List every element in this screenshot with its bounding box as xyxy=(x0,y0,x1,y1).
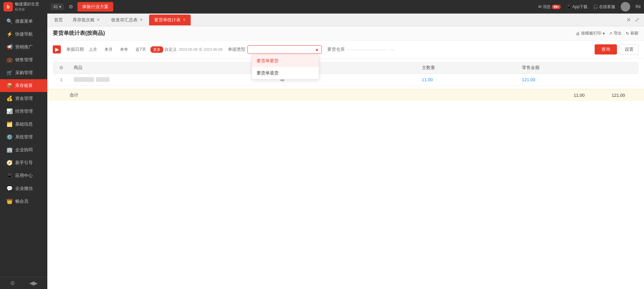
date-this-year-button[interactable]: 本年 xyxy=(117,45,131,54)
sidebar-item-enterprise[interactable]: 🏢 企业协同 xyxy=(0,143,47,156)
sidebar-item-marketing[interactable]: 📢 营销推广 xyxy=(0,41,47,53)
industry-button[interactable]: 体验行业方案 xyxy=(77,2,113,12)
settings-button[interactable]: 设置 xyxy=(620,44,639,55)
row-qty: 11.00 xyxy=(418,74,518,86)
sidebar-item-member[interactable]: 👑 畅会员 xyxy=(0,195,47,208)
date-shortcuts: 上月 本月 本年 近7天 更多 自定义 xyxy=(86,45,177,54)
sidebar-item-finance[interactable]: 💰 资金管理 xyxy=(0,92,47,105)
summary-bar: 合计 11.00 121.00 xyxy=(47,89,644,101)
online-service-button[interactable]: 🎧 在线客服 xyxy=(593,4,615,10)
table-area: ⚙ 商品 主计量单位 主数量 零售金额 1 xyxy=(47,59,644,89)
tab-batch-account[interactable]: 库存批次账 ✕ xyxy=(68,15,105,25)
chat-icon: 💬 xyxy=(6,185,13,192)
col-settings-header: ⚙ xyxy=(53,62,70,74)
tab-close-batch-account[interactable]: ✕ xyxy=(97,18,100,22)
more-options-icon[interactable]: ··· xyxy=(389,47,394,52)
sidebar-item-operation[interactable]: 📊 经营管理 xyxy=(0,105,47,118)
filter-expand-button[interactable]: ▶ xyxy=(53,45,61,53)
app-download-button[interactable]: 📱 App下载 xyxy=(566,4,588,10)
sidebar-item-purchase[interactable]: 🛒 采购管理 xyxy=(0,66,47,79)
warehouse-selector[interactable] xyxy=(347,49,387,50)
sidebar-label-purchase: 采购管理 xyxy=(15,70,33,76)
print-template-button[interactable]: 🖨 按模板打印 ▾ xyxy=(576,30,605,36)
date-this-month-button[interactable]: 本月 xyxy=(101,45,116,54)
date-custom-button[interactable]: 自定义 xyxy=(165,47,177,52)
sidebar-label-app-center: 应用中心 xyxy=(15,173,33,179)
dropdown-option-purchase[interactable]: 要货单要货 xyxy=(252,55,319,67)
sidebar-label-marketing: 营销推广 xyxy=(15,44,33,50)
chart-icon: 📊 xyxy=(6,108,13,114)
download-icon: 📱 xyxy=(566,4,571,9)
type-dropdown[interactable]: ▲ xyxy=(247,45,322,54)
printer-icon: 🖨 xyxy=(576,31,580,36)
briefcase-icon: 💼 xyxy=(6,57,13,63)
sidebar-item-search[interactable]: 🔍 搜索菜单 xyxy=(0,15,47,28)
column-settings-icon[interactable]: ⚙ xyxy=(59,65,64,70)
header-right: ✉ 消息 99+ 📱 App下载 🎧 在线客服 Rit xyxy=(538,2,641,12)
date-7days-button[interactable]: 近7天 xyxy=(133,45,149,54)
refresh-button[interactable]: ↻ 刷新 xyxy=(626,30,639,36)
col-qty-header: 主数量 xyxy=(418,62,518,74)
chevron-down-icon: ▾ xyxy=(59,4,61,9)
sidebar-item-guide[interactable]: 🧭 新手引导 xyxy=(0,156,47,169)
sidebar-item-quick-nav[interactable]: ⚡ 快捷导航 xyxy=(0,28,47,41)
money-icon: 💰 xyxy=(6,95,13,102)
tab-order-summary[interactable]: 要货单统计表 ✕ xyxy=(149,15,191,25)
notification-badge: 99+ xyxy=(552,5,561,9)
sidebar-item-inventory[interactable]: 📦 库存核算 xyxy=(0,79,47,92)
type-filter-label: 单据类型 xyxy=(228,46,245,52)
service-icon: 🎧 xyxy=(593,4,598,9)
chevron-down-icon: ▾ xyxy=(603,31,605,36)
header-settings-icon[interactable]: ⚙ xyxy=(67,3,75,11)
sidebar-item-corp-wechat[interactable]: 💬 企业微信 xyxy=(0,182,47,195)
row-product xyxy=(70,74,276,86)
title-actions: 🖨 按模板打印 ▾ ↗ 导出 ↻ 刷新 xyxy=(576,30,639,36)
sidebar-label-system: 系统管理 xyxy=(15,134,33,140)
lightning-icon: ⚡ xyxy=(6,31,13,37)
footer-toggle-button[interactable]: ◀▶ xyxy=(29,280,38,286)
sidebar-item-basic[interactable]: 🗂️ 基础信息 xyxy=(0,118,47,131)
tab-close-all-button[interactable]: ✕ xyxy=(625,15,632,24)
sidebar-item-app-center[interactable]: 📱 应用中心 xyxy=(0,169,47,182)
sidebar-label-inventory: 库存核算 xyxy=(15,83,33,89)
sidebar-label-member: 畅会员 xyxy=(15,198,28,204)
date-last-month-button[interactable]: 上月 xyxy=(86,45,100,54)
page-title: 要货单统计表(按商品) xyxy=(53,30,105,37)
export-button[interactable]: ↗ 导出 xyxy=(609,30,622,36)
box-icon: 📦 xyxy=(6,83,13,89)
avatar[interactable] xyxy=(621,2,630,12)
summary-amount: 121.00 xyxy=(612,93,625,98)
row-no: 1 xyxy=(53,74,70,86)
sidebar-label-finance: 资金管理 xyxy=(15,95,33,102)
tab-close-order-summary[interactable]: ✕ xyxy=(183,18,186,22)
summary-qty: 11.00 xyxy=(574,93,585,98)
data-table: ⚙ 商品 主计量单位 主数量 零售金额 1 xyxy=(53,62,639,86)
dropdown-arrow-up-icon: ▲ xyxy=(315,47,319,52)
content-area: 首页 库存批次账 ✕ 收发存汇总表 ✕ 要货单统计表 ✕ ✕ ⤢ 要货单统计表(… xyxy=(47,14,644,289)
bell-icon: ✉ xyxy=(538,4,542,9)
tab-close-receive-summary[interactable]: ✕ xyxy=(140,18,143,22)
date-range-display: 2023-05-06 至 2023-06-06 xyxy=(179,47,223,52)
amount-link[interactable]: 121.00 xyxy=(522,77,535,82)
tab-receive-summary[interactable]: 收发存汇总表 ✕ xyxy=(106,15,148,25)
sidebar-item-system[interactable]: ⚙️ 系统管理 xyxy=(0,131,47,143)
folder-icon: 🗂️ xyxy=(6,121,13,127)
summary-text: 合计 xyxy=(70,92,78,98)
phone-icon: 📱 xyxy=(6,173,13,179)
store-selector[interactable]: 41 ▾ xyxy=(51,3,64,10)
query-button[interactable]: 查询 xyxy=(595,44,617,54)
sidebar-item-sales[interactable]: 💼 销售管理 xyxy=(0,53,47,66)
header-middle: 41 ▾ ⚙ 体验行业方案 xyxy=(51,2,538,12)
dropdown-option-return[interactable]: 要货单退货 xyxy=(252,67,319,79)
type-dropdown-input[interactable] xyxy=(251,47,315,52)
logo-icon: b xyxy=(3,2,13,12)
sidebar-label-guide: 新手引导 xyxy=(15,160,33,166)
footer-settings-button[interactable]: ⚙ xyxy=(10,280,15,286)
tab-end-buttons: ✕ ⤢ xyxy=(625,15,641,24)
tab-expand-button[interactable]: ⤢ xyxy=(634,15,641,24)
qty-link[interactable]: 11.00 xyxy=(422,77,433,82)
notification-button[interactable]: ✉ 消息 99+ xyxy=(538,4,561,10)
date-more-button[interactable]: 更多 xyxy=(150,46,163,53)
tab-home[interactable]: 首页 xyxy=(51,15,66,25)
megaphone-icon: 📢 xyxy=(6,44,13,50)
